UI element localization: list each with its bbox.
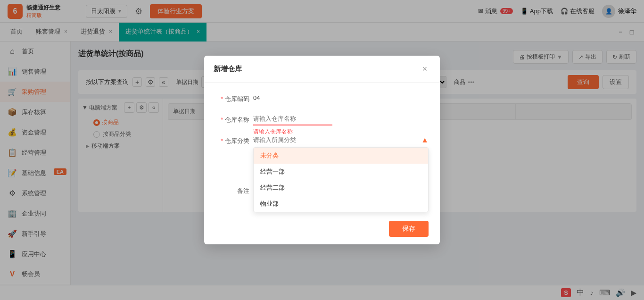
warehouse-code-input[interactable] bbox=[253, 92, 429, 104]
dropdown-item-dept2[interactable]: 经营二部 bbox=[254, 180, 428, 196]
category-select-wrap: ▲ bbox=[253, 134, 429, 146]
warehouse-name-input[interactable] bbox=[253, 113, 332, 125]
modal-close-btn[interactable]: × bbox=[419, 63, 430, 75]
modal-header: 新增仓库 × bbox=[204, 56, 440, 83]
dropdown-item-dept1[interactable]: 经营一部 bbox=[254, 164, 428, 180]
category-label: * 仓库分类 bbox=[215, 134, 253, 145]
category-dropdown-menu: 未分类 经营一部 经营二部 物业部 bbox=[253, 147, 429, 212]
dropdown-item-uncategorized[interactable]: 未分类 bbox=[254, 148, 428, 164]
dropdown-item-dept3[interactable]: 物业部 bbox=[254, 196, 428, 212]
form-row-category: * 仓库分类 ▲ 未分类 经营一部 经营二部 物业部 bbox=[215, 134, 429, 146]
name-label: * 仓库名称 bbox=[215, 113, 253, 124]
modal-footer: 保存 bbox=[204, 215, 440, 244]
save-button[interactable]: 保存 bbox=[389, 221, 429, 237]
category-input[interactable] bbox=[253, 134, 429, 146]
modal-body: * 仓库编码 * 仓库名称 请输入仓库名称 * bbox=[204, 83, 440, 215]
form-row-name: * 仓库名称 请输入仓库名称 bbox=[215, 113, 429, 125]
modal-new-warehouse: 新增仓库 × * 仓库编码 * 仓库名称 bbox=[204, 56, 440, 244]
code-label: * 仓库编码 bbox=[215, 92, 253, 103]
form-row-code: * 仓库编码 bbox=[215, 92, 429, 104]
modal-title: 新增仓库 bbox=[214, 65, 242, 74]
category-dropdown-arrow[interactable]: ▲ bbox=[421, 136, 429, 144]
modal-overlay: 新增仓库 × * 仓库编码 * 仓库名称 bbox=[0, 0, 644, 300]
note-label: 备注 bbox=[215, 184, 253, 195]
